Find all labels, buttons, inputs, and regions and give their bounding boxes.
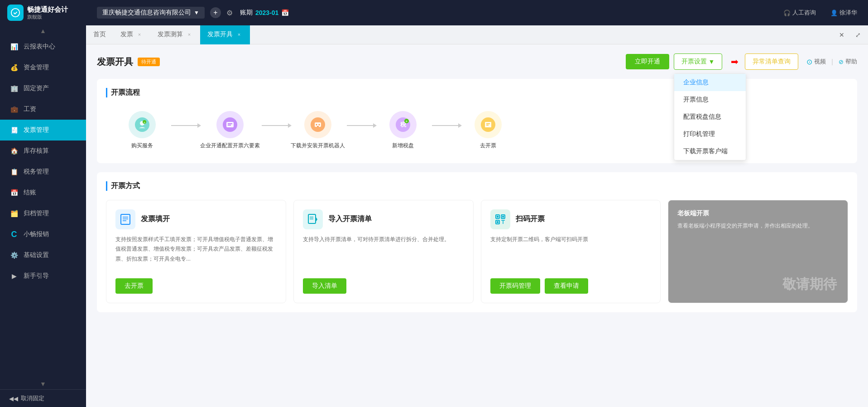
sidebar-cancel-fixed[interactable]: ◀◀ 取消固定	[0, 389, 86, 407]
tab-invoice-calc-label: 发票测算	[158, 30, 183, 39]
tab-invoice-calc-close[interactable]: ×	[186, 31, 193, 38]
manual-fill-title: 发票填开	[141, 214, 170, 224]
page-header: 发票开具 待开通 立即开通 开票设置 ▼ 企业信息	[97, 53, 857, 70]
sidebar-item-guide[interactable]: ▶ 新手引导	[0, 266, 86, 286]
calendar-icon[interactable]: 📅	[281, 9, 289, 16]
svg-text:+: +	[144, 121, 146, 125]
download-robot-label: 下载并安装开票机器人	[291, 142, 345, 150]
svg-point-12	[319, 124, 320, 126]
logo-text-block: 畅捷通好会计 旗舰版	[27, 5, 68, 20]
tab-invoice-issue[interactable]: 发票开具 ×	[200, 25, 250, 44]
sidebar-item-invoice-mgmt[interactable]: 🧾 发票管理	[0, 120, 86, 141]
flow-step-config-enterprise: 企业开通配置开票六要素	[200, 111, 260, 150]
manual-fill-desc: 支持按照发票样式手工填开发票；可开具增值税电子普通发票、增值税普通发票、增值税专…	[115, 235, 277, 271]
sidebar-item-cloud-report[interactable]: 📊 云报表中心	[0, 36, 86, 57]
import-list-desc: 支持导入待开票清单，可对待开票清单进行拆分、合并处理。	[303, 235, 464, 271]
main-area: ▲ 📊 云报表中心 💰 资金管理 🏢 固定资产 💼 工资 🧾 发票管理	[0, 25, 868, 407]
invoice-icon: 🧾	[9, 125, 19, 135]
manual-fill-btn[interactable]: 去开票	[115, 278, 153, 294]
method-card-manual-fill-header: 发票填开	[115, 209, 277, 229]
video-btn[interactable]: ⊙ 视频	[806, 58, 826, 66]
user-name: 徐泽华	[839, 9, 857, 17]
headset-icon: 🎧	[783, 10, 791, 16]
sidebar-item-archive[interactable]: 🗂️ 归档管理	[0, 203, 86, 224]
header-actions: 立即开通 开票设置 ▼ 企业信息 开票信息 配置税盘信息 打印机	[626, 53, 858, 70]
settings-icon: ⚙️	[9, 250, 19, 260]
cancel-fixed-label: 取消固定	[21, 394, 44, 402]
add-tax-disk-icon: 税 +	[389, 111, 417, 138]
help-btn[interactable]: ⊘ 帮助	[839, 58, 857, 66]
tab-invoice[interactable]: 发票 ×	[113, 25, 150, 44]
sidebar-item-accounting[interactable]: 📅 结账	[0, 182, 86, 203]
tab-invoice-issue-close[interactable]: ×	[235, 31, 243, 38]
page-content: 发票开具 待开通 立即开通 开票设置 ▼ 企业信息	[86, 44, 868, 407]
top-bar: 畅捷通好会计 旗舰版 重庆畅捷交通信息咨询有限公司 ▼ + ⚙ 账期 2023-…	[0, 0, 868, 25]
tab-home[interactable]: 首页	[86, 25, 113, 44]
tab-maximize-btn[interactable]: ⤢	[852, 29, 864, 41]
buy-service-label: 购买服务	[131, 142, 153, 150]
add-btn[interactable]: +	[210, 7, 221, 18]
dropdown-item-company-info[interactable]: 企业信息	[674, 74, 746, 91]
step-divider-3	[347, 125, 374, 126]
chevron-down-icon: ▼	[194, 10, 199, 16]
activate-btn[interactable]: 立即开通	[626, 54, 669, 69]
settings-btn[interactable]: 开票设置 ▼	[674, 53, 723, 70]
user-profile-btn[interactable]: 👤 徐泽华	[827, 7, 861, 19]
config-enterprise-label: 企业开通配置开票六要素	[200, 142, 260, 150]
svg-text:+: +	[405, 119, 408, 124]
settings-btn[interactable]: ⚙	[226, 9, 233, 17]
guide-icon: ▶	[9, 271, 19, 281]
sidebar-item-fund-mgmt[interactable]: 💰 资金管理	[0, 57, 86, 78]
company-selector[interactable]: 重庆畅捷交通信息咨询有限公司 ▼	[97, 7, 205, 19]
svg-rect-33	[502, 216, 504, 218]
sidebar-item-settings[interactable]: ⚙️ 基础设置	[0, 245, 86, 266]
accounting-icon: 📅	[9, 188, 19, 198]
report-sales-icon: C	[9, 229, 19, 239]
period-label: 账期	[240, 9, 253, 17]
tax-icon: 📋	[9, 167, 19, 177]
sidebar-scroll-up[interactable]: ▲	[0, 25, 86, 36]
dropdown-item-tax-disk[interactable]: 配置税盘信息	[674, 108, 746, 126]
add-company-icon[interactable]: +	[210, 7, 221, 18]
scan-code-apply-btn[interactable]: 查看申请	[545, 278, 588, 294]
method-section: 开票方式	[97, 172, 857, 312]
download-robot-icon	[304, 111, 331, 138]
content-area: 首页 发票 × 发票测算 × 发票开具 × ✕ ⤢	[86, 25, 868, 407]
sidebar-label-tax-mgmt: 税务管理	[24, 168, 49, 176]
sidebar-item-fixed-assets[interactable]: 🏢 固定资产	[0, 78, 86, 99]
import-list-icon	[303, 209, 323, 229]
go-issue-label: 去开票	[480, 142, 496, 150]
flow-step-add-tax-disk: 税 + 新增税盘	[376, 111, 430, 150]
logo-area: 畅捷通好会计 旗舰版	[7, 5, 93, 21]
go-issue-icon	[475, 111, 502, 138]
sidebar-item-report-sales[interactable]: C 小畅报销	[0, 224, 86, 245]
period-area: 账期 2023-01 📅	[240, 9, 289, 17]
scan-code-mgmt-btn[interactable]: 开票码管理	[490, 278, 540, 294]
media-btns: ⊙ 视频 | ⊘ 帮助	[806, 58, 857, 66]
logo-icon	[7, 5, 24, 21]
sidebar-scroll-down[interactable]: ▼	[0, 378, 86, 389]
dropdown-item-invoice-info[interactable]: 开票信息	[674, 91, 746, 108]
scan-code-icon	[490, 209, 510, 229]
sidebar-label-fund-mgmt: 资金管理	[24, 63, 49, 72]
sidebar-item-payroll[interactable]: 💼 工资	[0, 99, 86, 120]
sidebar-item-inventory[interactable]: 🏠 库存核算	[0, 141, 86, 161]
method-card-boss-issue: 老板端开票 查看老板端小程序提交的开票申请，并作出相应的处理。 敬请期待	[668, 200, 848, 303]
tab-invoice-close[interactable]: ×	[136, 31, 143, 38]
svg-rect-19	[485, 122, 491, 127]
exception-btn[interactable]: 异常清单查询	[745, 53, 798, 70]
tab-invoice-calc[interactable]: 发票测算 ×	[150, 25, 200, 44]
chevron-down-icon: ▼	[709, 58, 715, 65]
page-title: 发票开具	[97, 56, 133, 68]
import-list-btn[interactable]: 导入清单	[303, 278, 346, 294]
method-card-scan-code-header: 扫码开票	[490, 209, 652, 229]
ai-consult-label: 人工咨询	[792, 9, 816, 17]
dropdown-item-printer[interactable]: 打印机管理	[674, 126, 746, 143]
dropdown-item-download-client[interactable]: 下载开票客户端	[674, 143, 746, 160]
gear-icon: ⚙	[226, 9, 233, 17]
sidebar-item-tax-mgmt[interactable]: 📋 税务管理	[0, 161, 86, 182]
ai-consult-btn[interactable]: 🎧 人工咨询	[780, 7, 820, 19]
tab-close-btn[interactable]: ✕	[835, 29, 848, 41]
boss-issue-desc: 查看老板端小程序提交的开票申请，并作出相应的处理。	[677, 221, 839, 230]
flow-step-go-issue: 去开票	[461, 111, 515, 150]
